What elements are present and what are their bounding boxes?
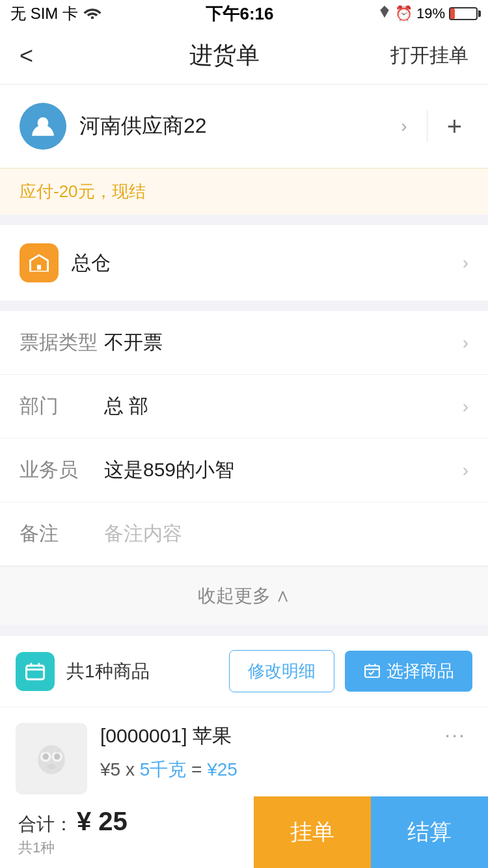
battery-pct: 19% [416,5,445,22]
invoice-label: 票据类型 [20,329,104,356]
open-hang-button[interactable]: 打开挂单 [390,42,468,69]
svg-point-8 [47,764,56,769]
collapse-button[interactable]: 收起更多 ∧ [0,566,488,625]
warehouse-icon [20,243,59,282]
svg-point-6 [42,753,49,760]
invoice-chevron-icon: › [463,332,468,353]
total-section: 合计： ¥ 25 共1种 [0,796,254,868]
supplier-avatar [20,103,66,150]
product-item: [0000001] 苹果 ¥5 x 5千克 = ¥25 ··· [0,707,488,810]
invoice-value: 不开票 [104,329,463,356]
nav-bar: < 进货单 打开挂单 [0,27,488,85]
page-title: 进货单 [189,40,260,72]
carrier-text: 无 SIM 卡 [10,3,78,24]
status-right: ⏰ 19% [378,5,478,23]
bottom-bar: 合计： ¥ 25 共1种 挂单 结算 [0,796,488,868]
total-count: 共1种 [18,838,236,858]
divider [427,110,427,142]
status-bar: 无 SIM 卡 下午6:16 ⏰ 19% [0,0,488,27]
product-name: [0000001] 苹果 [100,723,438,750]
total-amount: ¥ 25 [77,807,128,836]
modify-detail-button[interactable]: 修改明细 [229,650,334,692]
total-label: 合计： [18,812,73,837]
price-unit: ¥5 x [100,759,140,780]
staff-label: 业务员 [20,457,104,483]
product-header: 共1种商品 修改明细 选择商品 [0,636,488,707]
status-time: 下午6:16 [206,3,273,25]
warehouse-row[interactable]: 总仓 › [0,225,488,301]
wifi-icon [83,5,102,23]
staff-chevron-icon: › [463,460,468,481]
price-eq: = [186,759,207,780]
supplier-name: 河南供应商22 [79,112,401,141]
hang-button[interactable]: 挂单 [254,796,371,868]
status-carrier: 无 SIM 卡 [10,3,102,24]
warehouse-chevron-icon: › [463,252,468,273]
dept-label: 部门 [20,393,104,420]
product-icon [16,652,55,691]
location-icon [378,5,391,23]
dept-chevron-icon: › [463,396,468,417]
supplier-row[interactable]: 河南供应商22 › + [0,85,488,168]
staff-row[interactable]: 业务员 这是859的小智 › [0,439,488,502]
dept-row[interactable]: 部门 总 部 › [0,375,488,439]
add-supplier-button[interactable]: + [441,112,468,141]
price-total: ¥25 [207,759,237,780]
invoice-row[interactable]: 票据类型 不开票 › [0,311,488,375]
product-price: ¥5 x 5千克 = ¥25 [100,757,438,782]
back-button[interactable]: < [20,42,59,70]
svg-rect-2 [365,666,379,677]
product-id: [0000001] [100,725,193,746]
product-thumbnail [16,723,87,794]
warehouse-name: 总仓 [72,250,463,277]
product-info: [0000001] 苹果 ¥5 x 5千克 = ¥25 [100,723,438,782]
supplier-card: 河南供应商22 › + 应付-20元，现结 [0,85,488,215]
product-section: 共1种商品 修改明细 选择商品 [0,636,488,810]
select-product-label: 选择商品 [386,660,454,683]
svg-point-7 [54,753,61,760]
notice-bar: 应付-20元，现结 [0,168,488,215]
product-more-button[interactable]: ··· [438,723,472,747]
product-count: 共1种商品 [66,659,229,684]
supplier-chevron-icon: › [401,116,407,137]
fields-card: 票据类型 不开票 › 部门 总 部 › 业务员 这是859的小智 › 备注 备注… [0,311,488,625]
select-product-button[interactable]: 选择商品 [345,651,472,692]
price-qty: 5千克 [140,759,187,780]
notice-text: 应付-20元，现结 [20,182,146,201]
staff-value: 这是859的小智 [104,457,463,483]
dept-value: 总 部 [104,393,463,420]
battery-icon [449,7,478,20]
warehouse-card: 总仓 › [0,225,488,301]
svg-rect-1 [27,666,44,679]
remark-row[interactable]: 备注 备注内容 [0,502,488,566]
alarm-icon: ⏰ [395,5,413,22]
product-title: 苹果 [193,725,232,746]
checkout-button[interactable]: 结算 [371,796,488,868]
remark-label: 备注 [20,521,104,547]
remark-input[interactable]: 备注内容 [104,521,468,547]
